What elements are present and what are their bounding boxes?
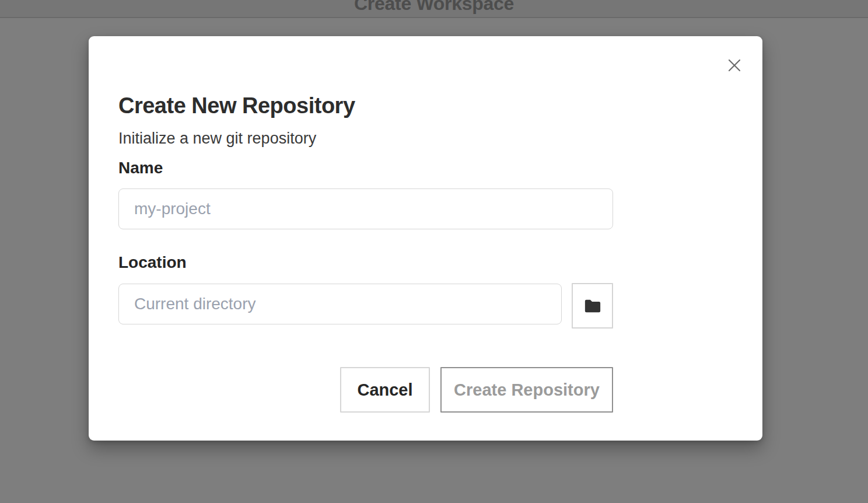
location-input[interactable]	[118, 284, 562, 324]
folder-icon	[584, 299, 601, 313]
dialog-title: Create New Repository	[118, 95, 355, 117]
dialog-subtitle: Initialize a new git repository	[118, 131, 316, 146]
name-label: Name	[118, 160, 163, 176]
create-repository-button[interactable]: Create Repository	[440, 367, 613, 413]
background-header: Create Workspace	[0, 0, 868, 18]
location-label: Location	[118, 254, 187, 271]
repository-name-input[interactable]	[118, 188, 613, 229]
create-repository-dialog: Create New Repository Initialize a new g…	[89, 36, 762, 441]
browse-location-button[interactable]	[572, 283, 613, 329]
background-page-title: Create Workspace	[0, 0, 868, 13]
cancel-button[interactable]: Cancel	[340, 367, 430, 413]
close-button[interactable]	[724, 55, 745, 76]
close-icon	[727, 58, 741, 72]
